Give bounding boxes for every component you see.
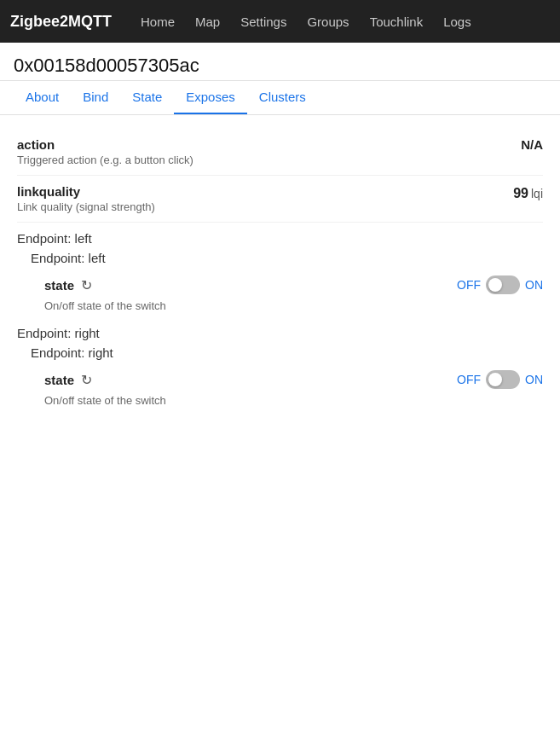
app-brand: Zigbee2MQTT <box>10 13 112 31</box>
action-description: Triggered action (e.g. a button click) <box>17 154 521 166</box>
toggle-left-on[interactable]: ON <box>525 278 543 292</box>
toggle-right-on[interactable]: ON <box>525 373 543 386</box>
endpoint-left-sublabel: Endpoint: left <box>17 249 543 269</box>
device-id: 0x00158d00057305ac <box>0 43 560 81</box>
tab-bind[interactable]: Bind <box>71 81 120 114</box>
tab-about[interactable]: About <box>14 81 71 114</box>
nav-groups[interactable]: Groups <box>298 9 357 34</box>
exposes-content: action Triggered action (e.g. a button c… <box>0 115 560 426</box>
toggle-right-off[interactable]: OFF <box>457 373 481 386</box>
toggle-right-switch[interactable] <box>486 370 520 389</box>
state-left-desc: On/off state of the switch <box>17 298 543 317</box>
toggle-left-thumb <box>488 278 502 292</box>
navbar: Zigbee2MQTT Home Map Settings Groups Tou… <box>0 0 560 43</box>
refresh-right-icon[interactable]: ↻ <box>81 372 92 388</box>
tab-bar: About Bind State Exposes Clusters <box>0 81 560 115</box>
toggle-right-track <box>486 370 520 389</box>
nav-map[interactable]: Map <box>187 9 228 34</box>
toggle-right-thumb <box>488 373 502 386</box>
nav-touchlink[interactable]: Touchlink <box>361 9 432 34</box>
tab-exposes[interactable]: Exposes <box>174 81 247 114</box>
endpoint-right-sublabel: Endpoint: right <box>17 344 543 363</box>
toggle-left-switch[interactable] <box>486 275 520 294</box>
linkquality-value: 99lqi <box>513 184 543 201</box>
state-right-name: state <box>44 373 74 387</box>
linkquality-unit: lqi <box>531 187 543 200</box>
toggle-left-track <box>486 275 520 294</box>
refresh-left-icon[interactable]: ↻ <box>81 277 92 293</box>
linkquality-description: Link quality (signal strength) <box>17 200 513 213</box>
tab-clusters[interactable]: Clusters <box>247 81 318 114</box>
state-row-left: state ↻ OFF ON <box>17 269 543 298</box>
nav-logs[interactable]: Logs <box>435 9 480 34</box>
property-linkquality: linkquality Link quality (signal strengt… <box>17 176 543 223</box>
toggle-left-off[interactable]: OFF <box>457 278 481 292</box>
endpoint-left-label: Endpoint: left <box>17 223 543 249</box>
state-controls-left: OFF ON <box>457 275 543 294</box>
endpoint-right-label: Endpoint: right <box>17 317 543 344</box>
state-row-right: state ↻ OFF ON <box>17 363 543 392</box>
nav-settings[interactable]: Settings <box>232 9 295 34</box>
property-action: action Triggered action (e.g. a button c… <box>17 129 543 176</box>
nav-links: Home Map Settings Groups Touchlink Logs <box>132 9 480 34</box>
linkquality-number: 99 <box>513 186 528 200</box>
linkquality-name: linkquality <box>17 184 513 199</box>
state-right-desc: On/off state of the switch <box>17 392 543 412</box>
nav-home[interactable]: Home <box>132 9 183 34</box>
action-name: action <box>17 137 521 152</box>
state-controls-right: OFF ON <box>457 370 543 389</box>
action-value: N/A <box>521 137 543 152</box>
tab-state[interactable]: State <box>120 81 174 114</box>
state-left-name: state <box>44 278 74 293</box>
